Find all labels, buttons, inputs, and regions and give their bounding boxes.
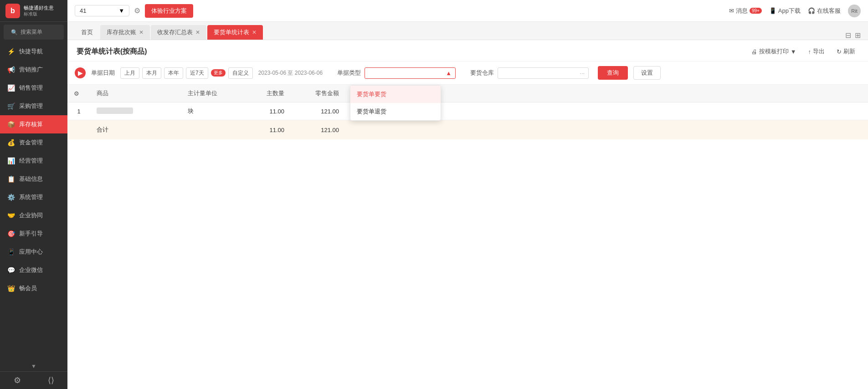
sidebar-scroll-down[interactable]: ▼ <box>0 361 67 371</box>
tab-close-collection-summary[interactable]: ✕ <box>195 29 200 36</box>
collapse-button[interactable]: ⟨⟩ <box>48 375 54 385</box>
enterprise-icon: 🤝 <box>6 211 15 220</box>
tab-expand-icon[interactable]: ⊞ <box>855 31 861 40</box>
last-7days-btn[interactable]: 近7天 <box>186 67 208 79</box>
trial-button[interactable]: 体验行业方案 <box>145 4 193 18</box>
sidebar-item-app-center[interactable]: 📱 应用中心 <box>0 243 67 261</box>
summary-empty-1 <box>67 120 90 140</box>
avatar[interactable]: Rit <box>848 5 861 17</box>
sidebar-item-finance[interactable]: 💰 资金管理 <box>0 133 67 152</box>
filter-bar: ▶ 单据日期 上月 本月 本年 近7天 更多 自定义 2023-05-06 至 … <box>67 61 868 85</box>
tab-order-summary[interactable]: 要货单统计表 ✕ <box>207 25 263 40</box>
cell-index: 1 <box>67 102 90 120</box>
topbar-right: ✉ 消息 99+ 📱 App下载 🎧 在线客服 Rit <box>729 5 861 17</box>
type-dropdown: 要货单要货 要货单退货 <box>350 85 441 121</box>
search-icon: 🔍 <box>11 29 18 36</box>
this-month-btn[interactable]: 本月 <box>142 67 161 79</box>
chevron-down-icon: ▼ <box>118 7 124 14</box>
query-button[interactable]: 查询 <box>598 66 628 80</box>
member-icon: 👑 <box>6 284 15 293</box>
sidebar-item-guide[interactable]: 🎯 新手引导 <box>0 225 67 243</box>
sidebar-item-marketing[interactable]: 📢 营销推广 <box>0 61 67 79</box>
this-year-btn[interactable]: 本年 <box>164 67 183 79</box>
sidebar-search[interactable]: 🔍 搜索菜单 <box>4 25 64 40</box>
sidebar-item-system[interactable]: ⚙️ 系统管理 <box>0 188 67 206</box>
quick-nav-icon: ⚡ <box>6 47 15 56</box>
sidebar-item-operations[interactable]: 📊 经营管理 <box>0 152 67 170</box>
more-options-icon: ··· <box>580 70 585 77</box>
filter-type-section: 单据类型 ▲ <box>337 67 456 79</box>
tab-home[interactable]: 首页 <box>75 25 99 40</box>
sidebar-item-quick-nav[interactable]: ⚡ 快捷导航 <box>0 42 67 61</box>
page-header: 要货单统计表(按商品) 🖨 按模板打印 ▼ ↑ 导出 ↻ 刷新 <box>67 40 868 61</box>
tab-close-order-summary[interactable]: ✕ <box>252 29 257 36</box>
filter-expand-button[interactable]: ▶ <box>75 67 86 78</box>
page-actions: 🖨 按模板打印 ▼ ↑ 导出 ↻ 刷新 <box>748 46 859 57</box>
warehouse-section: 要货仓库 ··· <box>470 67 589 79</box>
download-icon: 📱 <box>769 7 776 14</box>
settings-icon[interactable]: ⚙ <box>74 90 79 97</box>
print-button[interactable]: 🖨 按模板打印 ▼ <box>748 46 800 57</box>
online-service-button[interactable]: 🎧 在线客服 <box>808 7 841 15</box>
cell-amount: 121.00 <box>291 102 345 120</box>
col-header-product: 商品 <box>90 85 181 102</box>
type-select-arrow-up: ▲ <box>446 70 452 77</box>
tab-collection-summary[interactable]: 收发存汇总表 ✕ <box>151 25 206 40</box>
sidebar-item-enterprise[interactable]: 🤝 企业协同 <box>0 206 67 225</box>
messages-button[interactable]: ✉ 消息 99+ <box>729 7 762 15</box>
sidebar-item-purchase[interactable]: 🛒 采购管理 <box>0 97 67 115</box>
custom-date-btn[interactable]: 自定义 <box>228 67 253 79</box>
sidebar-nav: ⚡ 快捷导航 📢 营销推广 📈 销售管理 🛒 采购管理 📦 库存核算 💰 资金管… <box>0 42 67 361</box>
sidebar-logo: b 畅捷通好生意 标准版 <box>0 0 67 22</box>
sidebar-item-wechat[interactable]: 💬 企业微信 <box>0 261 67 279</box>
topbar-gear-icon[interactable]: ⚙ <box>134 6 140 15</box>
sidebar-item-member[interactable]: 👑 畅会员 <box>0 279 67 297</box>
date-buttons: 上月 本月 本年 近7天 更多 自定义 <box>120 67 253 79</box>
app-download-button[interactable]: 📱 App下载 <box>769 7 801 15</box>
tab-inventory-batch[interactable]: 库存批次账 ✕ <box>100 25 150 40</box>
sidebar-bottom: ⚙ ⟨⟩ <box>0 371 67 389</box>
messages-icon: ✉ <box>729 7 734 14</box>
more-date-badge[interactable]: 更多 <box>211 69 226 77</box>
last-month-btn[interactable]: 上月 <box>120 67 139 79</box>
summary-amount: 121.00 <box>291 120 345 140</box>
sales-icon: 📈 <box>6 83 15 92</box>
print-chevron-icon: ▼ <box>791 48 796 55</box>
summary-row: 合计 11.00 121.00 <box>67 120 868 140</box>
purchase-icon: 🛒 <box>6 102 15 111</box>
table-row: 1 块 11.00 121.00 <box>67 102 868 120</box>
finance-icon: 💰 <box>6 138 15 147</box>
col-header-quantity: 主数量 <box>236 85 291 102</box>
table-header-row: ⚙ 商品 主计量单位 主数量 零售金额 <box>67 85 868 102</box>
date-label: 单据日期 <box>91 69 115 77</box>
page-title: 要货单统计表(按商品) <box>77 47 147 56</box>
type-label: 单据类型 <box>337 69 361 77</box>
dropdown-item-order-goods[interactable]: 要货单要货 <box>350 86 441 103</box>
dropdown-item-order-return[interactable]: 要货单退货 <box>350 103 441 120</box>
page-content: 要货单统计表(按商品) 🖨 按模板打印 ▼ ↑ 导出 ↻ 刷新 ▶ <box>67 40 868 389</box>
type-select[interactable]: ▲ <box>365 67 456 79</box>
print-icon: 🖨 <box>751 48 757 55</box>
tabbar-actions: ⊟ ⊞ <box>845 31 861 40</box>
system-icon: ⚙️ <box>6 193 15 202</box>
settings-button[interactable]: 设置 <box>633 66 661 80</box>
export-icon: ↑ <box>808 48 812 55</box>
table-container: ⚙ 商品 主计量单位 主数量 零售金额 1 <box>67 85 868 139</box>
col-header-settings: ⚙ <box>67 85 90 102</box>
basic-icon: 📋 <box>6 174 15 184</box>
settings-button[interactable]: ⚙ <box>14 375 21 385</box>
marketing-icon: 📢 <box>6 65 15 74</box>
app-name: 畅捷通好生意 标准版 <box>24 5 54 17</box>
sidebar-item-inventory[interactable]: 📦 库存核算 <box>0 115 67 133</box>
tab-close-inventory-batch[interactable]: ✕ <box>139 29 144 36</box>
main-area: 41 ▼ ⚙ 体验行业方案 ✉ 消息 99+ 📱 App下载 🎧 在线客服 Ri… <box>67 0 868 389</box>
tab-minimize-icon[interactable]: ⊟ <box>845 31 851 40</box>
export-button[interactable]: ↑ 导出 <box>805 46 829 57</box>
sidebar-item-basic[interactable]: 📋 基础信息 <box>0 170 67 188</box>
sidebar-item-sales[interactable]: 📈 销售管理 <box>0 79 67 97</box>
store-selector[interactable]: 41 ▼ <box>75 5 129 16</box>
refresh-button[interactable]: ↻ 刷新 <box>833 46 859 57</box>
summary-extra <box>345 120 868 140</box>
warehouse-select[interactable]: ··· <box>498 67 589 79</box>
summary-quantity: 11.00 <box>236 120 291 140</box>
